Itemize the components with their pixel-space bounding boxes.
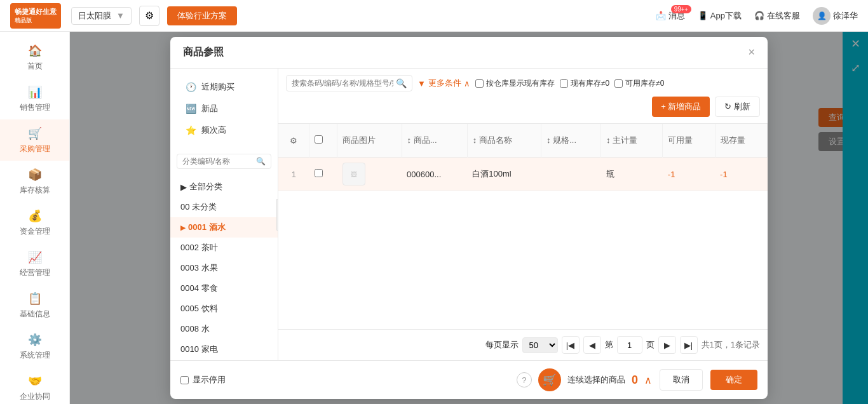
col-code-header: ↕ 商品... xyxy=(402,124,467,158)
sidebar-item-basic[interactable]: 📋 基础信息 xyxy=(0,285,69,326)
product-search-input[interactable] xyxy=(292,79,393,88)
home-icon: 🏠 xyxy=(27,43,43,58)
modal-close-button[interactable]: × xyxy=(748,46,755,59)
sidebar-item-finance[interactable]: 💰 资金管理 xyxy=(0,202,69,243)
messages-item[interactable]: 📩 消息 99++ xyxy=(656,10,685,22)
service-label: 在线客服 xyxy=(767,10,800,22)
first-page-button[interactable]: |◀ xyxy=(562,336,580,354)
cart-count: 0 xyxy=(632,374,638,387)
check-available-nonzero-text: 可用库存≠0 xyxy=(625,78,664,89)
sales-icon: 📊 xyxy=(27,84,43,100)
help-icon[interactable]: ? xyxy=(517,372,532,387)
sidebar-label-purchase: 采购管理 xyxy=(20,144,50,154)
page-suffix: 页 xyxy=(646,339,654,351)
category-0008[interactable]: 0008 水 xyxy=(170,319,278,339)
sidebar-label-basic: 基础信息 xyxy=(20,309,50,320)
page-size-select[interactable]: 50 100 200 xyxy=(522,337,558,353)
refresh-button[interactable]: ↻ 刷新 xyxy=(715,97,760,117)
add-product-button[interactable]: + 新增商品 xyxy=(652,97,710,117)
category-search-input[interactable] xyxy=(182,157,256,166)
user-name: 徐泽华 xyxy=(833,10,858,22)
service-item[interactable]: 🎧 在线客服 xyxy=(754,10,800,22)
sidebar-item-inventory[interactable]: 📦 库存核算 xyxy=(0,161,69,202)
category-0001[interactable]: ▶ 0001 酒水 xyxy=(170,217,278,238)
show-disabled-label: 显示停用 xyxy=(193,374,226,386)
col-code-sort: ↕ xyxy=(407,135,412,145)
col-unit-label: 主计量 xyxy=(613,135,637,145)
more-conditions-button[interactable]: ▼ 更多条件 ∧ xyxy=(417,77,470,89)
next-page-button[interactable]: ▶ xyxy=(658,336,676,354)
check-stock-nonzero-text: 现有库存≠0 xyxy=(571,78,609,89)
more-conditions-label: 更多条件 xyxy=(428,77,461,89)
collapse-cart-icon[interactable]: ∧ xyxy=(644,374,652,386)
page-number-input[interactable] xyxy=(617,336,642,354)
cart-icon[interactable]: 🛒 xyxy=(538,368,561,391)
check-warehouse-label[interactable]: 按仓库显示现有库存 xyxy=(475,78,555,89)
category-all[interactable]: ▶ 全部分类 xyxy=(170,177,278,197)
panel-collapse-button[interactable]: 《 xyxy=(276,199,278,231)
sidebar-label-sales: 销售管理 xyxy=(20,102,50,113)
col-stock-header: 现存量 xyxy=(715,124,767,158)
operations-icon: 📈 xyxy=(27,250,43,265)
col-checkbox-header xyxy=(309,124,337,158)
category-0010[interactable]: 0010 家电 xyxy=(170,339,278,360)
col-spec-header: ↕ 规格... xyxy=(541,124,601,158)
sidebar-item-home[interactable]: 🏠 首页 xyxy=(0,37,69,78)
check-available-nonzero-label[interactable]: 可用库存≠0 xyxy=(614,78,664,89)
settings-gear[interactable]: ⚙ xyxy=(139,6,159,26)
row-spec-cell xyxy=(541,158,601,191)
brand-selector[interactable]: 日太阳膜 ▼ xyxy=(71,7,132,25)
select-all-checkbox[interactable] xyxy=(315,135,323,144)
sidebar-item-purchase[interactable]: 🛒 采购管理 xyxy=(0,119,69,161)
quick-nav-recent[interactable]: 🕐 近期购买 xyxy=(178,76,270,98)
category-00[interactable]: 00 未分类 xyxy=(170,197,278,217)
sidebar-item-system[interactable]: ⚙️ 系统管理 xyxy=(0,326,69,367)
messages-badge: 99++ xyxy=(671,5,691,13)
sidebar-item-operations[interactable]: 📈 经营管理 xyxy=(0,243,69,285)
check-stock-nonzero-label[interactable]: 现有库存≠0 xyxy=(560,78,609,89)
sidebar: 🏠 首页 📊 销售管理 🛒 采购管理 📦 库存核算 💰 资金管理 📈 经营管理 … xyxy=(0,32,70,404)
toolbar-right: + 新增商品 ↻ 刷新 xyxy=(652,97,760,117)
prev-page-button[interactable]: ◀ xyxy=(583,336,601,354)
enterprise-icon: 🤝 xyxy=(27,374,43,389)
app-download-item[interactable]: 📱 App下载 xyxy=(698,10,742,22)
category-0008-label: 0008 水 xyxy=(180,323,210,335)
category-0004[interactable]: 0004 零食 xyxy=(170,278,278,299)
quick-nav-new[interactable]: 🆕 新品 xyxy=(178,98,270,119)
check-available-nonzero[interactable] xyxy=(614,79,623,88)
sidebar-label-finance: 资金管理 xyxy=(20,226,50,237)
cancel-button[interactable]: 取消 xyxy=(660,369,703,391)
sidebar-item-sales[interactable]: 📊 销售管理 xyxy=(0,78,69,119)
category-search-icon[interactable]: 🔍 xyxy=(256,157,266,166)
row-stock-cell: -1 xyxy=(715,158,767,191)
content-area: 查询 设置 商品参照 × 🕐 xyxy=(70,32,868,404)
navbar-right: 📩 消息 99++ 📱 App下载 🎧 在线客服 👤 徐泽华 xyxy=(656,7,858,25)
trial-button[interactable]: 体验行业方案 xyxy=(167,6,237,25)
confirm-button[interactable]: 确定 xyxy=(710,370,757,390)
column-settings-button[interactable]: ⚙ xyxy=(283,130,304,151)
quick-nav-frequent[interactable]: ⭐ 频次高 xyxy=(178,119,270,141)
col-spec-label: 规格... xyxy=(553,135,576,145)
page-size-label: 每页显示 xyxy=(485,339,519,351)
category-all-label: 全部分类 xyxy=(189,181,222,192)
category-0003[interactable]: 0003 水果 xyxy=(170,258,278,278)
check-stock-nonzero[interactable] xyxy=(560,79,568,88)
show-disabled-checkbox[interactable] xyxy=(180,376,189,384)
category-0002-label: 0002 茶叶 xyxy=(180,242,218,253)
product-search-icon[interactable]: 🔍 xyxy=(396,78,407,88)
category-0004-label: 0004 零食 xyxy=(180,283,218,294)
table-row[interactable]: 1 🖼 xyxy=(278,158,768,191)
last-page-button[interactable]: ▶| xyxy=(680,336,698,354)
brand-arrow: ▼ xyxy=(116,11,125,20)
user-item[interactable]: 👤 徐泽华 xyxy=(813,7,858,25)
category-0002[interactable]: 0002 茶叶 xyxy=(170,238,278,258)
category-00-label: 00 未分类 xyxy=(180,201,217,213)
row-checkbox[interactable] xyxy=(315,169,323,177)
modal-header: 商品参照 × xyxy=(170,37,768,69)
category-0005[interactable]: 0005 饮料 xyxy=(170,299,278,319)
col-name-header: ↕ 商品名称 xyxy=(467,124,541,158)
check-warehouse[interactable] xyxy=(475,79,484,88)
cart-label: 连续选择的商品 xyxy=(567,374,625,386)
sidebar-item-enterprise[interactable]: 🤝 企业协同 xyxy=(0,367,69,404)
collapse-icon: 《 xyxy=(277,210,278,219)
